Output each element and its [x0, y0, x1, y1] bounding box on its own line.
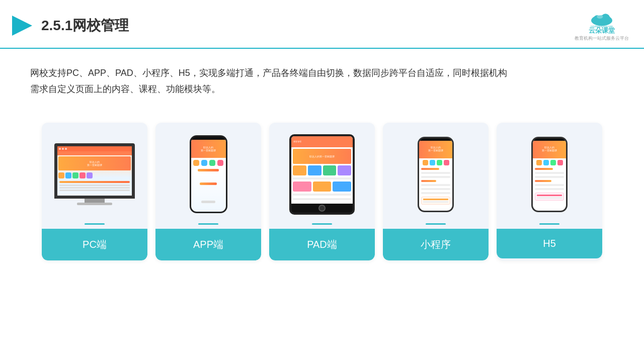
- cards-container: 职达人的第一堂刷题课: [0, 113, 644, 276]
- card-h5-label: H5: [497, 229, 602, 258]
- svg-marker-0: [12, 16, 32, 36]
- pad-tablet: 课堂管理 职达人的第一堂刷题课: [289, 134, 355, 215]
- card-pad-label: PAD端: [269, 229, 375, 260]
- play-icon: [10, 14, 34, 38]
- card-pad-image: 课堂管理 职达人的第一堂刷题课: [269, 123, 375, 223]
- svg-point-3: [601, 14, 610, 23]
- h5-phone: 职达人的第一堂刷题课: [531, 137, 568, 212]
- description-text2: 需求自定义页面上的内容、课程、功能模块等。: [30, 81, 614, 97]
- header: 2.5.1网校管理 yunduoketang.com 云朵课堂 教育机构一站式服…: [0, 0, 644, 49]
- card-pad: 课堂管理 职达人的第一堂刷题课: [269, 123, 375, 260]
- card-miniprogram: 职达人的第一堂刷题课: [383, 123, 489, 260]
- logo-name: 云朵课堂: [589, 26, 615, 35]
- card-miniprogram-label: 小程序: [383, 229, 489, 260]
- logo-area: yunduoketang.com 云朵课堂 教育机构一站式服务云平台: [575, 9, 629, 42]
- header-left: 2.5.1网校管理: [10, 14, 129, 38]
- card-miniprogram-image: 职达人的第一堂刷题课: [383, 123, 489, 223]
- card-h5-image: 职达人的第一堂刷题课: [497, 123, 602, 223]
- card-app: 职达人的第一堂刷题课: [155, 123, 261, 260]
- svg-point-4: [597, 15, 603, 19]
- pc-monitor: 职达人的第一堂刷题课: [54, 143, 135, 205]
- description-text: 网校支持PC、APP、PAD、小程序、H5，实现多端打通，产品各终端自由切换，数…: [30, 65, 614, 81]
- description: 网校支持PC、APP、PAD、小程序、H5，实现多端打通，产品各终端自由切换，数…: [0, 49, 644, 108]
- card-app-image: 职达人的第一堂刷题课: [155, 123, 261, 223]
- card-h5: 职达人的第一堂刷题课: [497, 123, 602, 260]
- card-pc-label: PC端: [42, 229, 147, 260]
- logo-icon: yunduoketang.com: [587, 9, 617, 28]
- card-app-label: APP端: [155, 229, 261, 260]
- miniprogram-phone: 职达人的第一堂刷题课: [418, 137, 454, 212]
- card-pc-image: 职达人的第一堂刷题课: [42, 123, 147, 223]
- card-pc: 职达人的第一堂刷题课: [42, 123, 147, 260]
- logo-tagline: 教育机构一站式服务云平台: [575, 35, 629, 42]
- app-phone: 职达人的第一堂刷题课: [190, 135, 227, 213]
- page-title: 2.5.1网校管理: [41, 16, 129, 35]
